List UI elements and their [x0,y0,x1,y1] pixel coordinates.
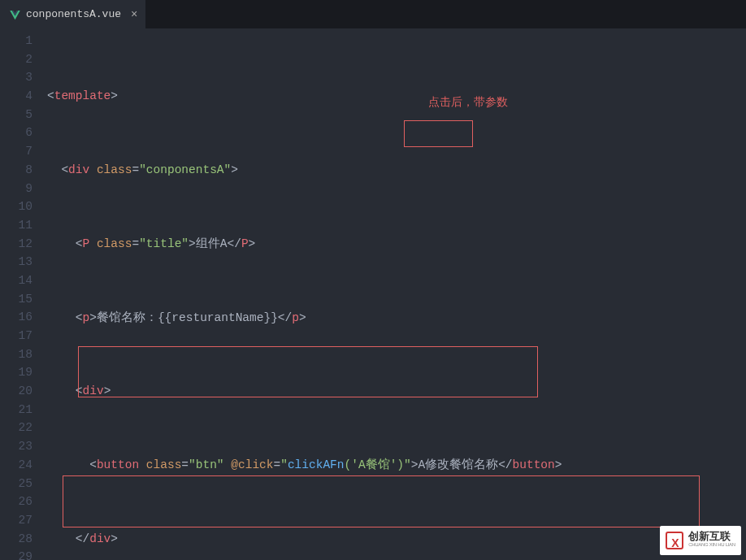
line-number: 9 [0,180,33,198]
code-line: <div class="conponentsA"> [47,161,593,180]
line-number: 25 [0,475,33,493]
code-line: <P class="title">组件A</P> [47,235,593,254]
watermark-logo-icon [666,532,683,549]
line-number: 19 [0,363,33,382]
watermark-cn: 创新互联 [688,532,735,540]
line-number: 26 [0,493,33,511]
line-number: 24 [0,456,33,475]
line-number: 20 [0,382,33,401]
code-line: <button class="btn" @click="clickAFn('A餐… [47,456,593,475]
code-line: </div> [47,530,593,549]
line-number: 2 [0,50,33,69]
line-number: 23 [0,437,33,456]
line-number: 10 [0,198,33,216]
line-number: 27 [0,511,33,530]
gutter: 1234567891011121314151617181920212223242… [0,28,47,560]
watermark: 创新互联 CHUANG XIN HU LIAN [660,526,741,555]
watermark-en: CHUANG XIN HU LIAN [688,540,735,549]
code-area[interactable]: <template> <div class="conponentsA"> <P … [47,28,593,560]
line-number: 4 [0,87,33,106]
line-number: 15 [0,290,33,309]
code-line: <p>餐馆名称：{{resturantName}}</p> [47,309,593,328]
close-icon[interactable]: × [131,6,137,24]
line-number: 28 [0,530,33,549]
editor: 1234567891011121314151617181920212223242… [0,28,746,560]
line-number: 13 [0,253,33,271]
line-number: 1 [0,32,33,50]
line-number: 5 [0,106,33,124]
tab-filename: conponentsA.vue [26,6,121,24]
line-number: 22 [0,419,33,437]
line-number: 18 [0,345,33,364]
code-line: <div> [47,382,593,401]
line-number: 3 [0,68,33,87]
line-number: 6 [0,124,33,142]
line-number: 29 [0,548,33,560]
line-number: 8 [0,161,33,180]
line-number: 11 [0,216,33,235]
tab-bar: conponentsA.vue × [0,0,746,28]
line-number: 7 [0,142,33,161]
code-line: <template> [47,87,593,106]
line-number: 12 [0,235,33,254]
line-number: 21 [0,401,33,419]
annotation-callout: 点击后，带参数 [428,93,508,112]
vue-icon [8,8,21,21]
line-number: 14 [0,271,33,290]
line-number: 16 [0,308,33,327]
tab-conponentsA[interactable]: conponentsA.vue × [0,0,145,28]
line-number: 17 [0,327,33,345]
